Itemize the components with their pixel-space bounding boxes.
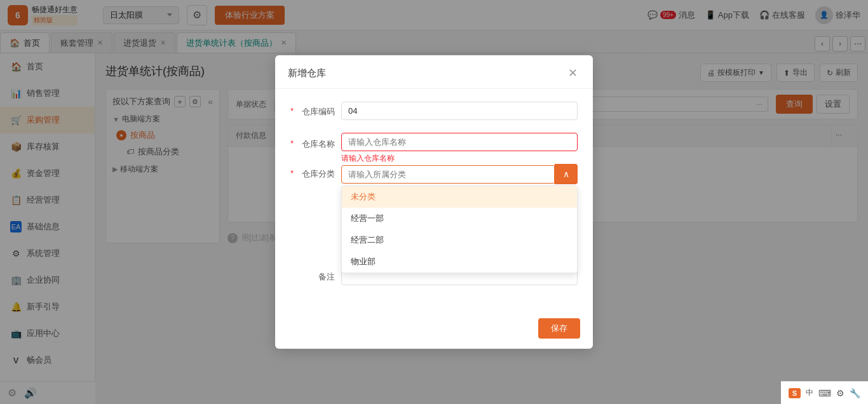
class-dropdown: 未分类 经营一部 经营二部 物业部 (341, 185, 578, 273)
keyboard-icon: ⌨ (818, 388, 831, 398)
dialog-footer: 保存 (275, 311, 593, 349)
dialog-body: 仓库编码 仓库名称 请输入仓库名称 仓库分类 ∧ 未分 (275, 89, 593, 311)
warehouse-code-row: 仓库编码 (290, 102, 578, 120)
warehouse-class-row: 仓库分类 ∧ 未分类 经营一部 经营二部 物业部 (290, 164, 578, 184)
dialog-close-button[interactable]: ✕ (565, 65, 580, 81)
settings-tray-icon: ⚙ (836, 388, 844, 398)
status-bar-right: S 中 ⌨ ⚙ 🔧 (781, 381, 868, 404)
warehouse-class-input[interactable] (341, 165, 555, 184)
class-toggle-button[interactable]: ∧ (555, 164, 578, 184)
dropdown-item-dept2[interactable]: 经营二部 (342, 229, 577, 251)
warehouse-code-input[interactable] (341, 102, 578, 120)
warehouse-name-row: 仓库名称 请输入仓库名称 (290, 133, 578, 151)
warehouse-class-label: 仓库分类 (290, 164, 341, 180)
dropdown-item-property[interactable]: 物业部 (342, 251, 577, 273)
dropdown-item-unclassified[interactable]: 未分类 (342, 186, 577, 208)
remark-label: 备注 (290, 267, 341, 283)
modal-overlay[interactable]: 新增仓库 ✕ 仓库编码 仓库名称 请输入仓库名称 仓库分类 (0, 0, 868, 404)
warehouse-class-field: ∧ 未分类 经营一部 经营二部 物业部 (341, 164, 578, 184)
dropdown-item-dept1[interactable]: 经营一部 (342, 208, 577, 229)
warehouse-name-input[interactable] (341, 133, 578, 151)
dialog-header: 新增仓库 ✕ (275, 55, 593, 89)
sogou-logo: S (789, 388, 801, 398)
dialog-title: 新增仓库 (288, 67, 326, 79)
warehouse-name-error: 请输入仓库名称 (341, 153, 395, 164)
new-warehouse-dialog: 新增仓库 ✕ 仓库编码 仓库名称 请输入仓库名称 仓库分类 (275, 55, 593, 349)
chinese-label: 中 (806, 387, 813, 398)
warehouse-name-label: 仓库名称 (290, 134, 341, 150)
save-button[interactable]: 保存 (538, 318, 580, 339)
warehouse-code-label: 仓库编码 (290, 102, 341, 118)
toolbar-icon: 🔧 (850, 388, 860, 398)
